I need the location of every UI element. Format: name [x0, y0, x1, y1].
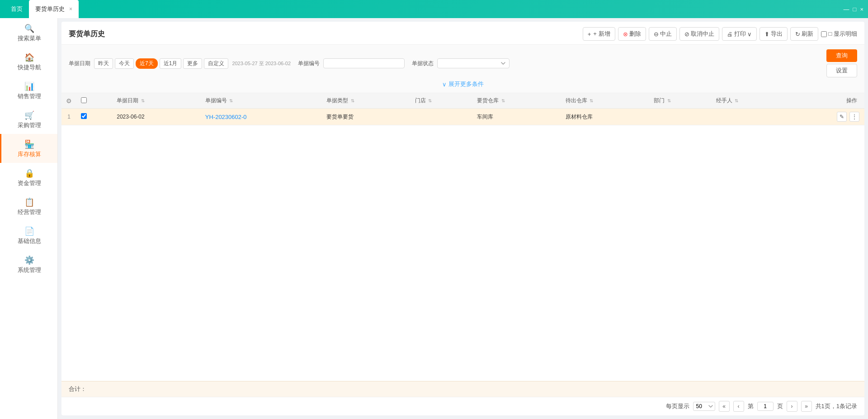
sidebar-item-sales-label: 销售管理 [18, 92, 41, 100]
sidebar-item-sales[interactable]: 📊 销售管理 [0, 76, 57, 105]
sidebar-item-operation[interactable]: 📋 经营管理 [0, 192, 57, 221]
new-button[interactable]: + + 新增 [583, 27, 615, 41]
show-detail-label-text: □ 显示明细 [829, 30, 857, 38]
sidebar-item-purchase[interactable]: 🛒 采购管理 [0, 105, 57, 134]
sidebar-item-operation-label: 经营管理 [18, 208, 41, 216]
system-icon: ⚙️ [24, 256, 34, 264]
col-doc-type[interactable]: 单据类型 ⇅ [322, 93, 410, 109]
col-handler[interactable]: 经手人 ⇅ [712, 93, 787, 109]
pagination: 每页显示 50 10 20 100 « ‹ 第 页 › » 共1页，1条记录 [61, 397, 864, 415]
row-store [410, 109, 473, 125]
new-icon: + [588, 31, 591, 38]
sort-req-warehouse-icon: ⇅ [501, 98, 505, 103]
row-checkbox[interactable] [76, 109, 112, 125]
show-detail-toggle[interactable]: □ 显示明细 [821, 30, 857, 38]
footer-summary: 合计： [61, 381, 864, 397]
table-container: ⚙ 单据日期 ⇅ 单据编号 ⇅ 单据类型 ⇅ 门店 ⇅ 要货仓库 ⇅ 待出仓库 … [61, 93, 864, 381]
row-req-warehouse: 车间库 [472, 109, 561, 125]
status-select[interactable] [437, 58, 509, 68]
select-all-checkbox[interactable] [81, 97, 87, 103]
print-icon: 🖨 [727, 31, 733, 38]
date-btn-today[interactable]: 今天 [115, 58, 134, 69]
date-btn-more[interactable]: 更多 [183, 58, 202, 69]
col-doc-no[interactable]: 单据编号 ⇅ [201, 93, 322, 109]
table-row[interactable]: 1 2023-06-02 YH-20230602-0 要货单要货 车间库 原材料… [61, 109, 864, 125]
sort-doc-type-icon: ⇅ [351, 98, 354, 103]
page-input[interactable] [757, 402, 774, 411]
sidebar-item-basic-info-label: 基础信息 [18, 237, 41, 245]
refresh-icon: ↻ [795, 31, 800, 38]
expand-more[interactable]: ∨ 展开更多条件 [69, 80, 857, 88]
refresh-button[interactable]: ↻ 刷新 [790, 27, 818, 41]
page-unit: 页 [777, 402, 783, 410]
sidebar-item-quick-nav[interactable]: 🏠 快捷导航 [0, 47, 57, 76]
sidebar-item-finance[interactable]: 🔒 资金管理 [0, 163, 57, 192]
top-right-controls: — □ × [844, 6, 863, 13]
window-maximize-icon[interactable]: □ [853, 6, 857, 13]
col-dept[interactable]: 部门 ⇅ [649, 93, 712, 109]
col-store[interactable]: 门店 ⇅ [410, 93, 473, 109]
settings-button[interactable]: 设置 [826, 64, 857, 77]
col-settings[interactable]: ⚙ [61, 93, 76, 109]
sidebar: 🔍 搜索菜单 🏠 快捷导航 📊 销售管理 🛒 采购管理 🏪 库存核算 🔒 资金管… [0, 18, 58, 419]
sort-store-icon: ⇅ [428, 98, 432, 103]
date-btn-week7[interactable]: 近7天 [136, 58, 158, 69]
tab-close-icon[interactable]: × [69, 6, 72, 12]
delete-button[interactable]: ⊗ 删除 [618, 27, 646, 41]
total-info: 共1页，1条记录 [816, 402, 857, 410]
tab-home[interactable]: 首页 [5, 0, 29, 18]
filter-area: 单据日期 昨天 今天 近7天 近1月 更多 自定义 2023-05-27 至 2… [61, 45, 864, 93]
col-pending-warehouse[interactable]: 待出仓库 ⇅ [561, 93, 649, 109]
date-btn-month1[interactable]: 近1月 [160, 58, 182, 69]
next-page-button[interactable]: › [787, 401, 797, 412]
row-edit-button[interactable]: ✎ [837, 112, 847, 122]
export-button[interactable]: ⬆ 导出 [760, 27, 788, 41]
col-req-warehouse[interactable]: 要货仓库 ⇅ [472, 93, 561, 109]
first-page-button[interactable]: « [719, 401, 730, 412]
delete-icon: ⊗ [623, 31, 628, 38]
doc-no-label: 单据编号 [298, 60, 320, 67]
table-header-row: ⚙ 单据日期 ⇅ 单据编号 ⇅ 单据类型 ⇅ 门店 ⇅ 要货仓库 ⇅ 待出仓库 … [61, 93, 864, 109]
sort-doc-no-icon: ⇅ [229, 98, 233, 103]
date-buttons: 昨天 今天 近7天 近1月 更多 自定义 [94, 58, 228, 69]
last-page-button[interactable]: » [801, 401, 812, 412]
sidebar-item-basic-info[interactable]: 📄 基础信息 [0, 221, 57, 250]
date-btn-custom[interactable]: 自定义 [204, 58, 228, 69]
cancel-stop-button[interactable]: ⊘ 取消中止 [679, 27, 719, 41]
sidebar-item-purchase-label: 采购管理 [18, 121, 41, 129]
content-area: 要货单历史 + + 新增 ⊗ 删除 ⊖ 中止 ⊘ 取消中止 [61, 22, 864, 415]
sidebar-item-system[interactable]: ⚙️ 系统管理 [0, 250, 57, 279]
row-handler [712, 109, 787, 125]
window-minimize-icon[interactable]: — [844, 6, 849, 13]
doc-no-input[interactable] [323, 58, 405, 68]
row-more-button[interactable]: ⋮ [849, 112, 859, 122]
top-bar: 首页 要货单历史 × — □ × [0, 0, 868, 18]
stop-button[interactable]: ⊖ 中止 [649, 27, 677, 41]
sidebar-item-inventory[interactable]: 🏪 库存核算 [0, 134, 57, 163]
tab-history-label: 要货单历史 [35, 5, 65, 13]
sidebar-item-search-menu[interactable]: 🔍 搜索菜单 [0, 18, 57, 47]
row-doc-type: 要货单要货 [322, 109, 410, 125]
page-title: 要货单历史 [69, 29, 579, 39]
row-doc-date: 2023-06-02 [112, 109, 201, 125]
row-doc-no[interactable]: YH-20230602-0 [201, 109, 322, 125]
sidebar-item-search-menu-label: 搜索菜单 [18, 34, 41, 43]
col-doc-date[interactable]: 单据日期 ⇅ [112, 93, 201, 109]
filter-row: 单据日期 昨天 今天 近7天 近1月 更多 自定义 2023-05-27 至 2… [69, 49, 857, 77]
sidebar-item-quick-nav-label: 快捷导航 [18, 63, 41, 71]
expand-icon: ∨ [442, 81, 447, 88]
tab-history[interactable]: 要货单历史 × [29, 0, 79, 18]
page-size-select[interactable]: 50 10 20 100 [693, 402, 715, 411]
doc-no-link[interactable]: YH-20230602-0 [205, 114, 247, 120]
prev-page-button[interactable]: ‹ [733, 401, 744, 412]
sidebar-item-inventory-label: 库存核算 [18, 150, 41, 158]
window-close-icon[interactable]: × [860, 6, 863, 13]
query-btn-group: 查询 设置 [826, 49, 857, 77]
date-btn-yesterday[interactable]: 昨天 [94, 58, 113, 69]
print-button[interactable]: 🖨 打印 ∨ [722, 27, 757, 41]
query-button[interactable]: 查询 [826, 49, 857, 62]
show-detail-checkbox[interactable] [821, 31, 827, 37]
date-range-text: 2023-05-27 至 2023-06-02 [232, 60, 291, 67]
header-actions: + + 新增 ⊗ 删除 ⊖ 中止 ⊘ 取消中止 🖨 打印 [583, 27, 857, 41]
sidebar-item-finance-label: 资金管理 [18, 179, 41, 187]
